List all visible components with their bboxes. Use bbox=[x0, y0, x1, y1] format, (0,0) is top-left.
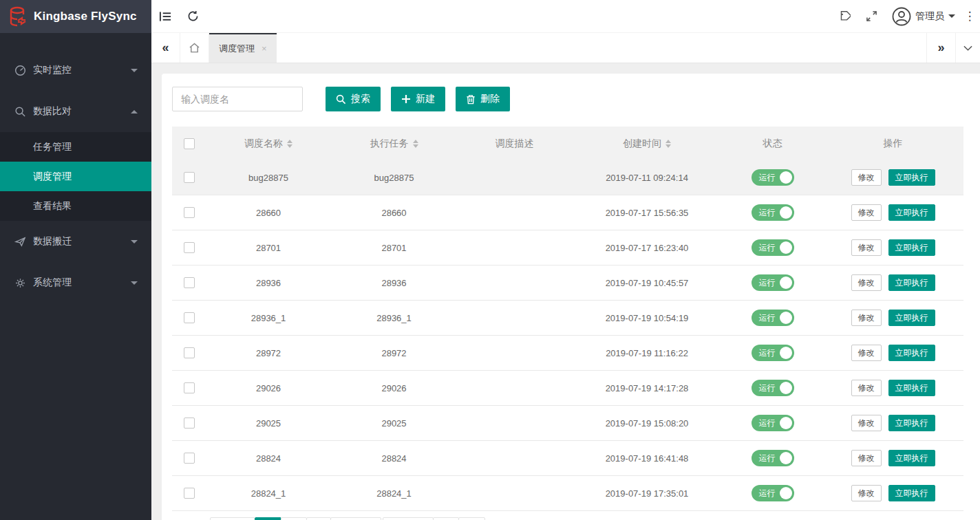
tabbar-spacer bbox=[277, 33, 926, 63]
scroll-tabs-left-icon[interactable]: « bbox=[151, 33, 180, 63]
row-checkbox[interactable] bbox=[184, 488, 195, 499]
sidebar-item-realtime-monitor[interactable]: 实时监控 bbox=[0, 50, 151, 91]
status-toggle[interactable]: 运行 bbox=[752, 239, 794, 256]
execute-now-button[interactable]: 立即执行 bbox=[888, 204, 935, 221]
sidebar-menu: 实时监控 数据比对 任务管理 调度管理 bbox=[0, 33, 151, 303]
status-toggle[interactable]: 运行 bbox=[752, 380, 794, 396]
search-button[interactable]: 搜索 bbox=[326, 87, 381, 111]
more-vertical-icon[interactable]: ⋮ bbox=[959, 0, 980, 33]
sort-icon[interactable] bbox=[413, 140, 418, 148]
scroll-tabs-right-icon[interactable]: » bbox=[926, 33, 955, 63]
pagination-page-active[interactable] bbox=[255, 517, 281, 520]
sidebar-item-data-migration[interactable]: 数据搬迁 bbox=[0, 221, 151, 262]
pagination-page-size-select[interactable] bbox=[383, 517, 434, 520]
execute-now-button[interactable]: 立即执行 bbox=[888, 239, 935, 256]
status-label: 运行 bbox=[759, 242, 776, 254]
schedule-name: 28701 bbox=[256, 243, 281, 253]
status-toggle[interactable]: 运行 bbox=[752, 310, 794, 326]
pagination-page-button[interactable] bbox=[281, 517, 307, 520]
execute-now-button[interactable]: 立即执行 bbox=[888, 450, 935, 466]
execute-now-button[interactable]: 立即执行 bbox=[888, 310, 935, 326]
pagination-confirm-button[interactable] bbox=[458, 517, 485, 520]
execute-now-button[interactable]: 立即执行 bbox=[888, 380, 935, 396]
task-name: bug28875 bbox=[374, 173, 414, 183]
chevron-down-icon bbox=[131, 240, 138, 243]
pagination-jump-input[interactable] bbox=[433, 517, 459, 520]
create-button[interactable]: 新建 bbox=[391, 87, 445, 111]
task-name: 28936 bbox=[381, 278, 406, 288]
status-toggle[interactable]: 运行 bbox=[752, 450, 794, 466]
task-name: 29026 bbox=[381, 383, 406, 393]
column-header-task[interactable]: 执行任务 bbox=[370, 138, 409, 150]
row-checkbox[interactable] bbox=[184, 418, 195, 429]
tab-schedule-management[interactable]: 调度管理 × bbox=[209, 33, 277, 63]
modify-button[interactable]: 修改 bbox=[851, 450, 882, 466]
status-toggle[interactable]: 运行 bbox=[752, 204, 794, 221]
row-checkbox[interactable] bbox=[184, 382, 195, 393]
sort-icon[interactable] bbox=[287, 140, 292, 148]
status-toggle[interactable]: 运行 bbox=[752, 169, 794, 186]
modify-button[interactable]: 修改 bbox=[851, 274, 882, 291]
tab-menu-chevron-icon[interactable] bbox=[955, 33, 980, 63]
execute-now-button[interactable]: 立即执行 bbox=[888, 274, 935, 291]
row-checkbox[interactable] bbox=[184, 347, 195, 358]
execute-now-button[interactable]: 立即执行 bbox=[888, 345, 935, 361]
tag-icon[interactable] bbox=[830, 0, 858, 33]
modify-button[interactable]: 修改 bbox=[851, 415, 882, 431]
toggle-knob bbox=[780, 382, 792, 394]
status-toggle[interactable]: 运行 bbox=[752, 415, 794, 431]
pagination-prev-button[interactable] bbox=[210, 517, 255, 520]
modify-button[interactable]: 修改 bbox=[851, 169, 882, 186]
delete-button[interactable]: 删除 bbox=[456, 87, 510, 111]
created-time: 2019-07-19 17:35:01 bbox=[606, 488, 689, 499]
created-time: 2019-07-19 15:08:20 bbox=[606, 418, 689, 429]
collapse-sidebar-icon[interactable] bbox=[151, 0, 179, 33]
row-checkbox[interactable] bbox=[184, 277, 195, 288]
table-row: 28936_1 28936_1 2019-07-19 10:54:19 运行 修… bbox=[172, 301, 963, 336]
close-icon[interactable]: × bbox=[262, 43, 267, 54]
column-header-created[interactable]: 创建时间 bbox=[623, 138, 661, 150]
user-menu[interactable]: 管理员 bbox=[892, 7, 955, 26]
sidebar-item-schedule-management[interactable]: 调度管理 bbox=[0, 162, 151, 191]
sidebar-item-label: 查看结果 bbox=[33, 200, 72, 213]
execute-now-button[interactable]: 立即执行 bbox=[888, 485, 935, 501]
row-checkbox[interactable] bbox=[184, 453, 195, 464]
table-body: bug28875 bug28875 2019-07-11 09:24:14 运行… bbox=[172, 160, 963, 511]
status-toggle[interactable]: 运行 bbox=[752, 274, 794, 291]
created-time: 2019-07-19 16:41:48 bbox=[606, 453, 689, 464]
refresh-icon[interactable] bbox=[179, 0, 206, 33]
sidebar-item-data-compare[interactable]: 数据比对 bbox=[0, 91, 151, 132]
pagination-page-button[interactable] bbox=[306, 517, 331, 520]
execute-now-button[interactable]: 立即执行 bbox=[888, 169, 935, 186]
status-toggle[interactable]: 运行 bbox=[752, 345, 794, 361]
sidebar-item-view-results[interactable]: 查看结果 bbox=[0, 191, 151, 221]
home-icon bbox=[189, 42, 200, 54]
sidebar-item-task-management[interactable]: 任务管理 bbox=[0, 132, 151, 162]
row-checkbox[interactable] bbox=[184, 312, 195, 323]
modify-button[interactable]: 修改 bbox=[851, 239, 882, 256]
column-header-name[interactable]: 调度名称 bbox=[244, 138, 283, 150]
column-header-status: 状态 bbox=[763, 138, 782, 150]
modify-button[interactable]: 修改 bbox=[851, 485, 882, 501]
row-checkbox[interactable] bbox=[184, 242, 195, 253]
modify-button[interactable]: 修改 bbox=[851, 310, 882, 326]
modify-button[interactable]: 修改 bbox=[851, 345, 882, 361]
table-row: 28701 28701 2019-07-17 16:23:40 运行 修改 立即… bbox=[172, 230, 963, 266]
toggle-knob bbox=[780, 487, 792, 499]
pagination-next-button[interactable] bbox=[330, 517, 381, 520]
sort-icon[interactable] bbox=[665, 140, 671, 148]
fullscreen-icon[interactable] bbox=[858, 0, 885, 33]
home-tab[interactable] bbox=[180, 33, 209, 63]
row-checkbox[interactable] bbox=[184, 207, 195, 218]
task-name: 28972 bbox=[381, 348, 406, 358]
sidebar-item-label: 数据比对 bbox=[33, 105, 131, 118]
sidebar-item-system-management[interactable]: 系统管理 bbox=[0, 262, 151, 303]
modify-button[interactable]: 修改 bbox=[851, 204, 882, 221]
search-input[interactable] bbox=[172, 87, 303, 111]
select-all-checkbox[interactable] bbox=[184, 138, 195, 149]
status-toggle[interactable]: 运行 bbox=[752, 485, 794, 501]
row-checkbox[interactable] bbox=[184, 172, 195, 183]
schedule-name: 28936_1 bbox=[251, 313, 286, 323]
execute-now-button[interactable]: 立即执行 bbox=[888, 415, 935, 431]
modify-button[interactable]: 修改 bbox=[851, 380, 882, 396]
